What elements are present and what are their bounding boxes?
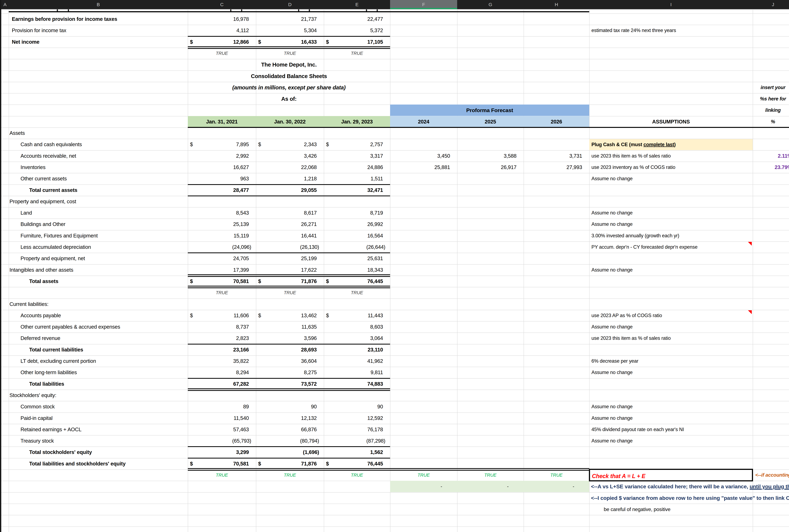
check-flag-C41[interactable]: TRUE bbox=[188, 470, 256, 481]
check-flag-G41[interactable]: TRUE bbox=[457, 470, 524, 481]
check-flag-E4[interactable]: TRUE bbox=[324, 48, 390, 59]
cell-E16[interactable]: 32,471 bbox=[324, 185, 390, 196]
cell-D20[interactable]: 16,441 bbox=[256, 230, 324, 242]
row-label[interactable]: Buildings and Other bbox=[20, 218, 187, 230]
row-label[interactable]: Less accumulated depreciation bbox=[20, 242, 187, 253]
cell-D22[interactable]: 25,199 bbox=[256, 253, 324, 264]
cell-F14[interactable]: 25,881 bbox=[390, 162, 457, 173]
cell-E1[interactable]: 22,477 bbox=[324, 14, 390, 25]
cell-D40[interactable]: $71,876 bbox=[256, 458, 324, 470]
cell-C37[interactable]: 57,463 bbox=[188, 424, 256, 435]
row-label[interactable]: Paid-in capital bbox=[20, 413, 187, 424]
cell-E32[interactable]: 9,811 bbox=[324, 367, 390, 378]
cell-C16[interactable]: 28,477 bbox=[188, 185, 256, 196]
cell-E24[interactable]: $76,445 bbox=[324, 276, 390, 287]
check-flag-C25[interactable]: TRUE bbox=[188, 287, 256, 298]
cell-H13[interactable]: 3,731 bbox=[524, 150, 589, 162]
cell-C20[interactable]: 15,119 bbox=[188, 230, 256, 242]
assumption-text[interactable]: estimated tax rate 24% next three years bbox=[591, 25, 752, 36]
check-flag-D25[interactable]: TRUE bbox=[256, 287, 324, 298]
cell-C33[interactable]: 67,282 bbox=[188, 378, 256, 390]
row-label[interactable]: Property and equipment, cost bbox=[10, 196, 187, 207]
cell-D38[interactable]: (80,794) bbox=[256, 435, 324, 446]
cell-D1[interactable]: 21,737 bbox=[256, 14, 324, 25]
cell-D37[interactable]: 66,876 bbox=[256, 424, 324, 435]
cell-E22[interactable]: 25,631 bbox=[324, 253, 390, 264]
cell-E23[interactable]: 18,343 bbox=[324, 264, 390, 276]
cell-E33[interactable]: 74,883 bbox=[324, 378, 390, 390]
check-flag-F41[interactable]: TRUE bbox=[390, 470, 457, 481]
cell-C31[interactable]: 35,822 bbox=[188, 356, 256, 367]
plug-cash-note[interactable]: Plug Cash & CE (must complete last) bbox=[589, 139, 753, 150]
cell-D28[interactable]: 11,635 bbox=[256, 321, 324, 332]
variance-cell-F[interactable]: - bbox=[390, 481, 457, 492]
row-label[interactable]: Total liabilities bbox=[29, 378, 187, 390]
cell-C24[interactable]: $70,581 bbox=[188, 276, 256, 287]
cell-E18[interactable]: 8,719 bbox=[324, 207, 390, 218]
assumption-text[interactable]: use 2023 AP as % of COGS ratio bbox=[591, 310, 752, 321]
row-label[interactable]: Stockholders' equity: bbox=[10, 390, 187, 401]
row-label[interactable]: Land bbox=[20, 207, 187, 218]
date-header-D[interactable]: Jan. 30, 2022 bbox=[256, 116, 324, 128]
row-label[interactable]: Total current assets bbox=[29, 185, 187, 196]
cell-C12[interactable]: $7,895 bbox=[188, 139, 256, 150]
row-label[interactable]: Retained earnings + AOCL bbox=[20, 424, 187, 435]
cell-E12[interactable]: $2,757 bbox=[324, 139, 390, 150]
assumption-text[interactable]: use 2023 this item as % of sales ratio bbox=[591, 150, 752, 162]
cell-D39[interactable]: (1,696) bbox=[256, 446, 324, 458]
cell-E13[interactable]: 3,317 bbox=[324, 150, 390, 162]
check-flag-H41[interactable]: TRUE bbox=[524, 470, 589, 481]
cell-D21[interactable]: (26,130) bbox=[256, 242, 324, 253]
assumption-text[interactable]: 45% dividend payout rate on each year's … bbox=[591, 424, 752, 435]
row-label[interactable]: Common stock bbox=[20, 401, 187, 412]
row-label[interactable]: Total current liabilities bbox=[29, 344, 187, 356]
variance-cell-H[interactable]: - bbox=[524, 481, 589, 492]
cell-D23[interactable]: 17,622 bbox=[256, 264, 324, 276]
row-label[interactable]: Deferred revenue bbox=[20, 332, 187, 344]
margin-note[interactable]: <--I copied $ variance from above row to… bbox=[591, 492, 789, 504]
date-header-C[interactable]: Jan. 31, 2021 bbox=[188, 116, 256, 128]
cell-D29[interactable]: 3,596 bbox=[256, 332, 324, 344]
cell-C27[interactable]: $11,606 bbox=[188, 310, 256, 321]
date-header-E[interactable]: Jan. 29, 2023 bbox=[324, 116, 390, 128]
row-label[interactable]: Total liabilities and stockholders' equi… bbox=[29, 458, 187, 470]
cell-D18[interactable]: 8,617 bbox=[256, 207, 324, 218]
cell-E27[interactable]: $11,443 bbox=[324, 310, 390, 321]
cell-D19[interactable]: 26,271 bbox=[256, 218, 324, 230]
cell-E39[interactable]: 1,562 bbox=[324, 446, 390, 458]
column-header-C[interactable]: C bbox=[188, 0, 256, 9]
cell-C13[interactable]: 2,992 bbox=[188, 150, 256, 162]
variance-cell-G[interactable]: - bbox=[457, 481, 524, 492]
row-label[interactable]: Current liabilities: bbox=[10, 299, 187, 310]
margin-note[interactable]: <--if accounting equation doesn't balanc… bbox=[755, 470, 789, 481]
cell-E38[interactable]: (87,298) bbox=[324, 435, 390, 446]
assumption-text[interactable]: Assume no change bbox=[591, 401, 752, 412]
cell-D15[interactable]: 1,218 bbox=[256, 173, 324, 184]
check-flag-D41[interactable]: TRUE bbox=[256, 470, 324, 481]
cell-E20[interactable]: 16,564 bbox=[324, 230, 390, 242]
check-flag-E25[interactable]: TRUE bbox=[324, 287, 390, 298]
row-label[interactable]: Net income bbox=[12, 36, 187, 48]
cell-C38[interactable]: (65,793) bbox=[188, 435, 256, 446]
cell-D24[interactable]: $71,876 bbox=[256, 276, 324, 287]
row-label[interactable]: LT debt, excluding current portion bbox=[20, 356, 187, 367]
cell-D35[interactable]: 90 bbox=[256, 401, 324, 412]
cell-E40[interactable]: $76,445 bbox=[324, 458, 390, 470]
cell-E3[interactable]: $17,105 bbox=[324, 36, 390, 48]
assumption-text[interactable]: Assume no change bbox=[591, 173, 752, 184]
cell-G14[interactable]: 26,917 bbox=[457, 162, 524, 173]
cell-C1[interactable]: 16,978 bbox=[188, 14, 256, 25]
cell-D33[interactable]: 73,572 bbox=[256, 378, 324, 390]
cell-E14[interactable]: 24,886 bbox=[324, 162, 390, 173]
assumption-text[interactable]: Assume no change bbox=[591, 413, 752, 424]
cell-D12[interactable]: $2,343 bbox=[256, 139, 324, 150]
cell-E21[interactable]: (26,644) bbox=[324, 242, 390, 253]
assumption-text[interactable]: Assume no change bbox=[591, 218, 752, 230]
cell-E35[interactable]: 90 bbox=[324, 401, 390, 412]
year-header-F[interactable]: 2024 bbox=[390, 116, 457, 128]
row-label[interactable]: Accounts receivable, net bbox=[20, 150, 187, 162]
row-label[interactable]: Total stockholders' equity bbox=[29, 446, 187, 458]
cell-D16[interactable]: 29,055 bbox=[256, 185, 324, 196]
cell-E36[interactable]: 12,592 bbox=[324, 413, 390, 424]
row-label[interactable]: Assets bbox=[10, 128, 187, 139]
